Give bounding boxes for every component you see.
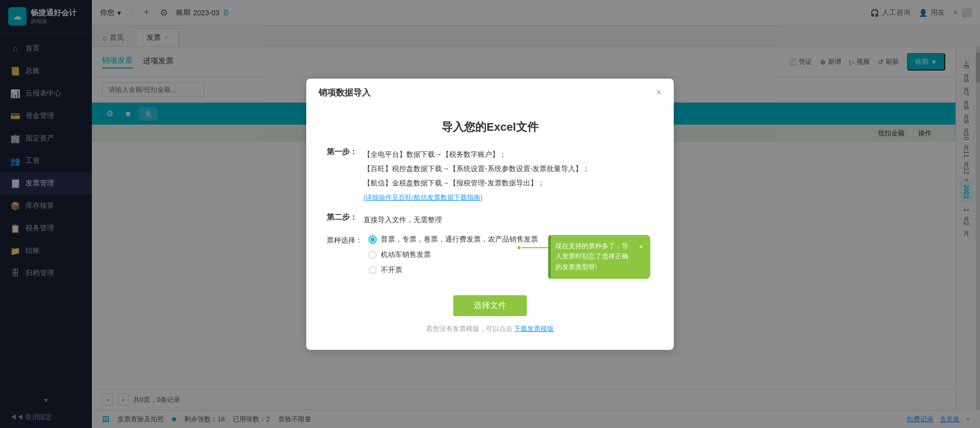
tooltip-dot (517, 245, 522, 250)
radio-normal-dot (371, 237, 375, 242)
tooltip-text: 现在支持的票种多了，导入发票时别忘了选择正确的发票类型呀! (555, 242, 628, 271)
modal-step1: 第一步： 【全电平台】数据下载→【税务数字账户】； 【百旺】税控盘数据下载→【系… (327, 147, 653, 204)
tooltip-bar (548, 235, 551, 279)
radio-motor[interactable]: 机动车销售发票 (369, 250, 538, 259)
import-modal: 销项数据导入 × 导入您的Excel文件 第一步： 【全电平台】数据下载→【税务… (306, 79, 674, 350)
modal-header: 销项数据导入 × (306, 79, 674, 107)
step1-label: 第一步： (327, 147, 357, 204)
tooltip-connector-line (518, 247, 548, 248)
radio-motor-circle (369, 251, 377, 259)
download-template-link[interactable]: 下载发票模版 (514, 325, 554, 332)
modal-overlay: 销项数据导入 × 导入您的Excel文件 第一步： 【全电平台】数据下载→【税务… (0, 0, 980, 428)
ticket-label: 票种选择： (327, 236, 362, 245)
tooltip-close-button[interactable]: × (639, 241, 643, 252)
radio-group: 普票，专票，卷票，通行费发票，农产品销售发票 机动车销售发票 不开票 (369, 235, 538, 275)
modal-main-title: 导入您的Excel文件 (327, 120, 653, 135)
step2-content: 直接导入文件，无需整理 (363, 212, 442, 227)
radio-normal[interactable]: 普票，专票，卷票，通行费发票，农产品销售发票 (369, 235, 538, 244)
ticket-type-row: 票种选择： 普票，专票，卷票，通行费发票，农产品销售发票 机动车销售发票 (327, 235, 653, 287)
modal-title: 销项数据导入 (318, 87, 371, 99)
step1-line3: 【航信】金税盘数据下载→【报税管理-发票数据导出】； (363, 176, 590, 190)
tooltip-container: × 现在支持的票种多了，导入发票时别忘了选择正确的发票类型呀! (548, 235, 650, 279)
modal-close-button[interactable]: × (656, 87, 662, 98)
tooltip-bubble: × 现在支持的票种多了，导入发票时别忘了选择正确的发票类型呀! (548, 235, 650, 279)
radio-noticket[interactable]: 不开票 (369, 266, 538, 275)
select-file-button[interactable]: 选择文件 (453, 295, 527, 316)
modal-footer: 若您没有发票模版，可以点击 下载发票模版 (327, 324, 653, 334)
step2-label: 第二步： (327, 212, 357, 227)
step1-line2: 【百旺】税控盘数据下载→【系统设置-系统参数设置-发票批量导入】； (363, 161, 590, 176)
modal-step2: 第二步： 直接导入文件，无需整理 (327, 212, 653, 227)
radio-noticket-circle (369, 266, 377, 274)
step1-content: 【全电平台】数据下载→【税务数字账户】； 【百旺】税控盘数据下载→【系统设置-系… (363, 147, 590, 204)
radio-normal-circle (369, 235, 377, 244)
modal-body: 导入您的Excel文件 第一步： 【全电平台】数据下载→【税务数字账户】； 【百… (306, 107, 674, 350)
step1-line1: 【全电平台】数据下载→【税务数字账户】； (363, 147, 590, 161)
step1-guide-link[interactable]: (详细操作见百旺/航信发票数据下载指南) (363, 194, 482, 201)
